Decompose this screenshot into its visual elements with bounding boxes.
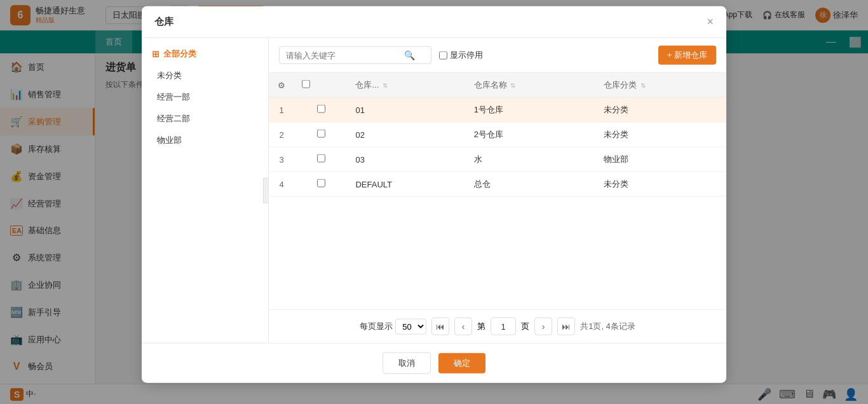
th-checkbox bbox=[294, 73, 348, 98]
row-num: 3 bbox=[269, 147, 294, 172]
page-info: 共1页, 4条记录 bbox=[580, 321, 635, 332]
page-size-wrap: 每页显示 50 bbox=[360, 318, 426, 334]
warehouse-modal: 仓库 × ⊞ 全部分类 未分类 经营一部 经营二部 物业部 《 bbox=[142, 6, 726, 383]
row-name: 水 bbox=[466, 147, 597, 172]
table-row[interactable]: 3 03 水 物业部 bbox=[269, 147, 726, 172]
category-item-unclassified[interactable]: 未分类 bbox=[142, 65, 268, 86]
next-page-button[interactable]: › bbox=[534, 318, 552, 335]
table-row[interactable]: 4 DEFAULT 总仓 未分类 bbox=[269, 172, 726, 196]
modal-body: ⊞ 全部分类 未分类 经营一部 经营二部 物业部 《 bbox=[142, 38, 726, 343]
row-checkbox[interactable] bbox=[294, 97, 348, 122]
add-warehouse-button[interactable]: + 新增仓库 bbox=[658, 46, 716, 65]
row-name: 2号仓库 bbox=[466, 122, 597, 147]
row-num: 4 bbox=[269, 172, 294, 196]
row-category: 未分类 bbox=[596, 97, 726, 122]
content-panel: 🔍 显示停用 + 新增仓库 ⚙ bbox=[269, 38, 726, 343]
row-category: 未分类 bbox=[596, 122, 726, 147]
row-category: 未分类 bbox=[596, 172, 726, 196]
row-select-checkbox[interactable] bbox=[317, 105, 325, 113]
th-category[interactable]: 仓库分类 ⇅ bbox=[596, 73, 726, 98]
sort-icon: ⇅ bbox=[641, 82, 646, 89]
modal-footer: 取消 确定 bbox=[142, 343, 726, 383]
confirm-button[interactable]: 确定 bbox=[438, 353, 485, 374]
row-select-checkbox[interactable] bbox=[317, 154, 325, 163]
show-disabled-checkbox[interactable] bbox=[439, 51, 447, 59]
warehouse-table: ⚙ 仓库... ⇅ 仓库名称 ⇅ bbox=[269, 73, 726, 197]
category-item-ops2[interactable]: 经营二部 bbox=[142, 108, 268, 130]
row-select-checkbox[interactable] bbox=[317, 130, 325, 138]
row-select-checkbox[interactable] bbox=[317, 179, 325, 187]
cancel-button[interactable]: 取消 bbox=[383, 353, 431, 374]
search-bar: 🔍 显示停用 + 新增仓库 bbox=[269, 38, 726, 73]
select-all-checkbox[interactable] bbox=[302, 80, 310, 88]
category-item-property[interactable]: 物业部 bbox=[142, 130, 268, 151]
row-code: DEFAULT bbox=[348, 172, 466, 196]
category-item-ops1[interactable]: 经营一部 bbox=[142, 86, 268, 108]
row-checkbox[interactable] bbox=[294, 172, 348, 196]
sort-icon: ⇅ bbox=[510, 82, 515, 89]
first-page-button[interactable]: ⏮ bbox=[431, 318, 449, 335]
row-code: 01 bbox=[348, 97, 466, 122]
row-code: 02 bbox=[348, 122, 466, 147]
last-page-button[interactable]: ⏭ bbox=[557, 318, 575, 335]
table-row[interactable]: 2 02 2号仓库 未分类 bbox=[269, 122, 726, 147]
page-input[interactable] bbox=[491, 318, 516, 335]
category-panel: ⊞ 全部分类 未分类 经营一部 经营二部 物业部 《 bbox=[142, 38, 269, 343]
row-num: 2 bbox=[269, 122, 294, 147]
show-disabled-label[interactable]: 显示停用 bbox=[439, 50, 483, 61]
row-checkbox[interactable] bbox=[294, 122, 348, 147]
modal-close-button[interactable]: × bbox=[707, 15, 714, 29]
grid-icon: ⊞ bbox=[152, 49, 159, 59]
search-icon[interactable]: 🔍 bbox=[404, 50, 415, 60]
modal-title: 仓库 bbox=[154, 16, 173, 28]
th-code[interactable]: 仓库... ⇅ bbox=[348, 73, 466, 98]
row-category: 物业部 bbox=[596, 147, 726, 172]
table-row[interactable]: 1 01 1号仓库 未分类 bbox=[269, 97, 726, 122]
pagination: 每页显示 50 ⏮ ‹ 第 页 › ⏭ 共1页, 4条记录 bbox=[269, 309, 726, 343]
modal-header: 仓库 × bbox=[142, 6, 726, 38]
search-input-wrap: 🔍 bbox=[279, 46, 431, 64]
gear-col-icon: ⚙ bbox=[278, 80, 285, 90]
th-gear[interactable]: ⚙ bbox=[269, 73, 294, 98]
th-name[interactable]: 仓库名称 ⇅ bbox=[466, 73, 597, 98]
row-name: 1号仓库 bbox=[466, 97, 597, 122]
table-header-row: ⚙ 仓库... ⇅ 仓库名称 ⇅ bbox=[269, 73, 726, 98]
warehouse-table-wrap: ⚙ 仓库... ⇅ 仓库名称 ⇅ bbox=[269, 73, 726, 309]
search-input[interactable] bbox=[286, 50, 400, 60]
row-name: 总仓 bbox=[466, 172, 597, 196]
category-collapse-button[interactable]: 《 bbox=[263, 178, 269, 203]
category-all[interactable]: ⊞ 全部分类 bbox=[142, 43, 268, 65]
row-checkbox[interactable] bbox=[294, 147, 348, 172]
page-size-select[interactable]: 50 bbox=[395, 318, 426, 334]
row-code: 03 bbox=[348, 147, 466, 172]
row-num: 1 bbox=[269, 97, 294, 122]
sort-icon: ⇅ bbox=[383, 82, 388, 89]
prev-page-button[interactable]: ‹ bbox=[454, 318, 472, 335]
collapse-icon: 《 bbox=[266, 185, 269, 196]
